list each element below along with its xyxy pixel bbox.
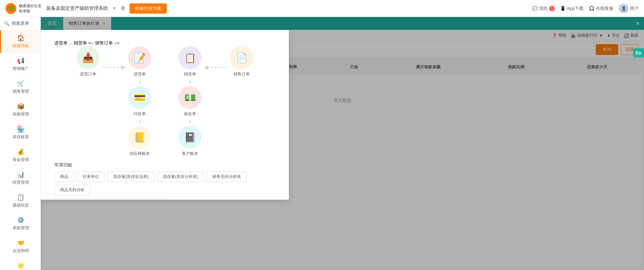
func-btn-payment-stat[interactable]: 付款情况统计 <box>128 198 164 200</box>
search-menu[interactable]: 🔍 搜索菜单 <box>0 17 40 30</box>
common-functions: 常用功能 商品 往来单位 现存量(库存状况表) 现存量(库存分布表) 销售毛利分… <box>54 162 275 200</box>
home-icon: 🏠 <box>17 34 24 42</box>
common-functions-title: 常用功能 <box>54 162 275 168</box>
func-btn-stock-dist[interactable]: 现存量(库存分布表) <box>157 172 204 182</box>
avatar: 👤 <box>619 4 628 13</box>
func-btn-receipt-stat[interactable]: 收款情况统计 <box>89 198 125 200</box>
logo-icon: 🌿 <box>5 3 16 14</box>
func-buttons-row1: 商品 往来单位 现存量(库存状况表) 现存量(库存分布表) 销售毛利分析表 商品… <box>54 172 275 195</box>
purchase-icon: 📦 <box>17 103 24 110</box>
phone-icon: 📱 <box>560 6 565 11</box>
search-icon: 🔍 <box>4 21 10 26</box>
supplier-ledger-circle: 📒 <box>128 126 151 149</box>
flow-node-sales-bill: 📋 销货单 <box>178 46 202 77</box>
sidebar: 🔍 搜索菜单 🏠 快捷导航 📢 营销推广 🛒 销售管理 📦 采购管理 🏪 库存核… <box>0 17 41 270</box>
func-btn-stock-status[interactable]: 现存量(库存状况表) <box>107 172 154 182</box>
purchase-bill-label: 进货单 <box>134 71 146 77</box>
user-action[interactable]: 👤 用户 <box>619 4 639 13</box>
ea-badge[interactable]: Ea <box>633 48 644 57</box>
supplier-ledger-label: 供应商账本 <box>129 151 150 157</box>
flow-node-payment: 💳 付款单 <box>128 86 151 117</box>
top-header: 🌿 畅康通好生意 标准版 装备及固定资产辅助管理系统 ▼ ⚙ 体验行业方案 💬 … <box>0 0 644 17</box>
flow-node-supplier-ledger: 📒 供应商账本 <box>128 126 151 157</box>
receipt-circle: 💵 <box>178 86 202 109</box>
online-service-action[interactable]: 🎧 在线客服 <box>589 5 613 12</box>
sidebar-item-quick-nav[interactable]: 🏠 快捷导航 <box>0 30 40 53</box>
func-btn-partner[interactable]: 往来单位 <box>77 172 105 182</box>
purchase-order-circle: 📥 <box>76 46 100 69</box>
header-center: 装备及固定资产辅助管理系统 ▼ ⚙ 体验行业方案 <box>46 3 532 14</box>
operation-icon: 📊 <box>17 171 24 178</box>
logo-text: 畅康通好生意 标准版 <box>19 3 41 13</box>
flow-node-customer-ledger: 📓 客户账本 <box>178 126 202 157</box>
func-btn-product[interactable]: 商品 <box>54 172 74 182</box>
modal-overlay: 进货单 ... 销货单 <-- 销售订单 --> 📥 进货订单 ▶ <box>41 17 644 270</box>
func-btn-product-profit[interactable]: 商品毛利分析 <box>54 185 90 195</box>
flow-node-purchase-bill: 📝 进货单 <box>128 46 151 77</box>
sidebar-item-sales[interactable]: 🛒 销售管理 <box>0 76 40 98</box>
system-title: 装备及固定资产辅助管理系统 <box>46 5 108 12</box>
arrow-h-2: ◀ <box>204 64 227 70</box>
sidebar-item-finance[interactable]: 💰 资金管理 <box>0 144 40 167</box>
payment-circle: 💳 <box>128 86 151 109</box>
system-icon: ⚙️ <box>17 216 24 224</box>
sidebar-item-system[interactable]: ⚙️ 系统管理 <box>0 212 40 235</box>
content-area: 首页 销售订单执行表 ✕ ✕ ❓ 帮助 🖨️ 按模板打印 ▼ <box>41 17 644 270</box>
sales-icon: 🛒 <box>17 80 24 87</box>
inventory-icon: 🏪 <box>17 125 24 133</box>
customer-ledger-circle: 📓 <box>178 126 202 149</box>
dropdown-arrow-icon[interactable]: ▼ <box>112 6 117 11</box>
arrow-h-1: ▶ <box>102 64 125 70</box>
marketing-icon: 📢 <box>17 57 24 65</box>
logo-area: 🌿 畅康通好生意 标准版 <box>5 3 46 14</box>
sidebar-item-basic[interactable]: 📋 基础信息 <box>0 190 40 212</box>
sales-order-label: 销售订单 <box>233 71 250 77</box>
receipt-label: 收款单 <box>184 111 196 117</box>
sales-bill-label: 销货单 <box>184 71 196 77</box>
message-badge: 5 <box>549 6 555 11</box>
flow-node-purchase-order: 📥 进货订单 <box>76 46 100 77</box>
func-btn-sales-profit[interactable]: 销售毛利分析表 <box>207 172 247 182</box>
header-right: 💬 消息 5 📱 App下载 🎧 在线客服 👤 用户 <box>532 4 639 13</box>
purchase-order-label: 进货订单 <box>80 71 96 77</box>
flow-node-receipt: 💵 收款单 <box>178 86 202 117</box>
enterprise-icon: 🤝 <box>17 239 24 247</box>
sidebar-item-inventory[interactable]: 🏪 库存核算 <box>0 121 40 144</box>
message-icon: 💬 <box>532 6 538 11</box>
app-download-action[interactable]: 📱 App下载 <box>560 5 584 12</box>
sidebar-item-newbie[interactable]: 🌟 新手引导 <box>0 258 40 270</box>
modal-content: 进货单 ... 销货单 <-- 销售订单 --> 📥 进货订单 ▶ <box>41 30 289 200</box>
customer-ledger-label: 客户账本 <box>182 151 198 157</box>
sales-order-circle: 📄 <box>230 46 253 69</box>
newbie-icon: 🌟 <box>17 262 24 269</box>
func-btn-sales-rank[interactable]: 销售排行榜 <box>54 198 86 200</box>
sidebar-item-enterprise[interactable]: 🤝 企业协同 <box>0 235 40 258</box>
sales-bill-circle: 📋 <box>178 46 202 69</box>
payment-label: 付款单 <box>134 111 146 117</box>
arrow-down-purchase: ↓ <box>128 78 151 85</box>
message-action[interactable]: 💬 消息 5 <box>532 5 555 12</box>
flow-node-sales-order: 📄 销售订单 <box>230 46 253 77</box>
purchase-bill-circle: 📝 <box>128 46 151 69</box>
basic-icon: 📋 <box>17 194 24 201</box>
trial-button[interactable]: 体验行业方案 <box>129 3 167 14</box>
settings-icon[interactable]: ⚙ <box>121 5 125 12</box>
func-buttons-row2: 销售排行榜 收款情况统计 付款情况统计 <box>54 198 275 200</box>
arrow-down-receipt: ↓ <box>178 118 202 124</box>
sidebar-item-marketing[interactable]: 📢 营销推广 <box>0 53 40 76</box>
headset-icon: 🎧 <box>589 6 594 11</box>
finance-icon: 💰 <box>17 148 24 156</box>
main-layout: 🔍 搜索菜单 🏠 快捷导航 📢 营销推广 🛒 销售管理 📦 采购管理 🏪 库存核… <box>0 17 644 270</box>
modal-box: 进货单 ... 销货单 <-- 销售订单 --> 📥 进货订单 ▶ <box>41 30 289 200</box>
arrow-down-payment: ↓ <box>128 118 151 124</box>
arrow-down-sales: ↓ <box>178 78 202 85</box>
sidebar-item-purchase[interactable]: 📦 采购管理 <box>0 98 40 121</box>
sidebar-item-operation[interactable]: 📊 经营管理 <box>0 167 40 190</box>
